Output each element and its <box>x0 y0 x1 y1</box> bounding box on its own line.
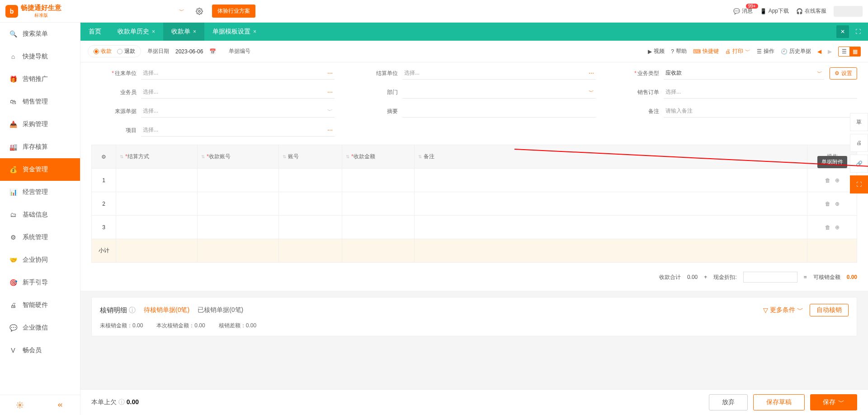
biztype-select[interactable]: 应收款﹀ <box>664 67 824 80</box>
add-row-icon[interactable]: ⊕ <box>835 224 840 231</box>
col-settle[interactable]: ⇅*结算方式 <box>116 145 198 169</box>
salesman-select[interactable]: 选择...⋯ <box>141 86 335 99</box>
sidebar-item-8[interactable]: 🗂基础信息 <box>0 203 80 226</box>
cell-acct[interactable] <box>198 169 279 192</box>
fullscreen-icon[interactable]: ⛶ <box>852 25 864 38</box>
auto-verify-button[interactable]: 自动核销 <box>810 304 849 316</box>
help-icon[interactable]: ⓘ <box>118 398 125 406</box>
cell-remark[interactable] <box>415 169 807 192</box>
sidebar-item-11[interactable]: 🎯新手引导 <box>0 271 80 294</box>
settings-icon[interactable] <box>192 4 207 19</box>
table-row[interactable]: 1🗑⊕ <box>92 169 857 192</box>
sidebar-item-12[interactable]: 🖨智能硬件 <box>0 294 80 316</box>
cell-amount[interactable] <box>342 169 415 192</box>
col-gear[interactable]: ⚙ <box>92 145 116 169</box>
discount-input[interactable] <box>743 272 797 283</box>
sidebar-collapse-button[interactable] <box>40 395 80 415</box>
col-acctno[interactable]: ⇅账号 <box>279 145 342 169</box>
next-doc-button[interactable]: ▶ <box>828 48 832 55</box>
company-select[interactable]: ﹀ <box>80 4 189 19</box>
video-button[interactable]: ▶视频 <box>648 47 665 55</box>
online-service-link[interactable]: 🎧 在线客服 <box>796 7 826 15</box>
rail-draft-icon[interactable]: 草 <box>850 113 868 131</box>
settle-unit-select[interactable]: 选择...⋯ <box>402 67 596 80</box>
sidebar-item-4[interactable]: 📥采购管理 <box>0 113 80 136</box>
save-button[interactable]: 保存﹀ <box>810 394 857 410</box>
delete-row-icon[interactable]: 🗑 <box>825 177 830 184</box>
save-draft-button[interactable]: 保存草稿 <box>753 394 805 410</box>
col-remark[interactable]: ⇅备注 <box>415 145 807 169</box>
sidebar-item-2[interactable]: 🎁营销推广 <box>0 68 80 90</box>
help-icon[interactable]: ⓘ <box>129 306 136 315</box>
view-card-button[interactable]: ▦ <box>849 47 860 56</box>
app-download-link[interactable]: 📱 App下载 <box>760 7 789 15</box>
rail-print-icon[interactable]: 🖨 <box>850 134 868 152</box>
col-amount[interactable]: ⇅*收款金额 <box>342 145 415 169</box>
abandon-button[interactable]: 放弃 <box>709 394 748 410</box>
table-row[interactable]: 2🗑⊕ <box>92 192 857 216</box>
cell-acctno[interactable] <box>279 169 342 192</box>
col-acct[interactable]: ⇅*收款账号 <box>198 145 279 169</box>
radio-collect[interactable]: 收款 <box>94 47 112 55</box>
summary-input[interactable] <box>402 105 596 118</box>
delete-row-icon[interactable]: 🗑 <box>825 201 830 207</box>
sidebar-item-10[interactable]: 🤝企业协同 <box>0 249 80 271</box>
srcdoc-select[interactable]: 选择...﹀ <box>141 105 335 118</box>
salesorder-select[interactable]: 选择... <box>664 86 857 99</box>
tab-2[interactable]: 收款单× <box>163 23 204 41</box>
history-button[interactable]: 🕘历史单据 <box>781 47 811 55</box>
add-row-icon[interactable]: ⊕ <box>835 177 840 184</box>
rail-expand-icon[interactable]: ⛶ <box>850 175 868 193</box>
calendar-icon[interactable]: 📅 <box>209 48 216 55</box>
close-icon[interactable]: × <box>193 28 196 35</box>
cell-acct[interactable] <box>198 192 279 216</box>
dept-select[interactable]: ﹀ <box>402 86 596 99</box>
help-button[interactable]: ?帮助 <box>671 47 687 55</box>
cell-settle[interactable] <box>116 216 198 239</box>
tab-pending[interactable]: 待核销单据(0笔) <box>144 306 189 314</box>
sidebar-item-5[interactable]: 🏭库存核算 <box>0 136 80 158</box>
rail-attachment-icon[interactable]: 🔗 <box>850 155 868 173</box>
sidebar-item-7[interactable]: 📊经营管理 <box>0 181 80 203</box>
operate-button[interactable]: ☰操作 <box>757 47 774 55</box>
radio-refund[interactable]: 退款 <box>117 47 135 55</box>
date-value[interactable]: 2023-06-06 <box>175 48 203 55</box>
cell-amount[interactable] <box>342 216 415 239</box>
shortcut-button[interactable]: ⌨快捷键 <box>693 47 719 55</box>
sidebar-item-1[interactable]: ⌂快捷导航 <box>0 45 80 68</box>
prev-doc-button[interactable]: ◀ <box>817 48 821 55</box>
view-list-button[interactable]: ☰ <box>839 47 849 56</box>
sidebar-item-9[interactable]: ⚙系统管理 <box>0 226 80 249</box>
cell-settle[interactable] <box>116 192 198 216</box>
sidebar-item-3[interactable]: 🛍销售管理 <box>0 90 80 113</box>
tab-close-button[interactable]: ✕ <box>836 25 849 38</box>
tab-0[interactable]: 首页 <box>80 23 109 41</box>
form-settings-button[interactable]: ⚙设置 <box>830 67 857 80</box>
partner-select[interactable]: 选择...⋯ <box>141 67 335 80</box>
add-row-icon[interactable]: ⊕ <box>835 201 840 207</box>
tab-3[interactable]: 单据模板设置× <box>204 23 264 41</box>
cell-remark[interactable] <box>415 216 807 239</box>
cell-settle[interactable] <box>116 169 198 192</box>
cell-acctno[interactable] <box>279 216 342 239</box>
sidebar-item-13[interactable]: 💬企业微信 <box>0 316 80 339</box>
sidebar-item-0[interactable]: 🔍搜索菜单 <box>0 23 80 45</box>
sidebar-item-14[interactable]: V畅会员 <box>0 339 80 362</box>
close-icon[interactable]: × <box>253 28 256 35</box>
messages-link[interactable]: 💬 消息 99+ <box>733 7 753 15</box>
user-avatar[interactable] <box>834 6 863 17</box>
cell-amount[interactable] <box>342 192 415 216</box>
sidebar-item-6[interactable]: 💰资金管理 <box>0 158 80 181</box>
sidebar-settings-button[interactable] <box>0 395 40 415</box>
project-select[interactable]: 选择...⋯ <box>141 124 335 137</box>
trial-button[interactable]: 体验行业方案 <box>212 5 255 18</box>
tab-1[interactable]: 收款单历史× <box>109 23 163 41</box>
close-icon[interactable]: × <box>152 28 155 35</box>
tab-done[interactable]: 已核销单据(0笔) <box>198 306 243 314</box>
cell-acct[interactable] <box>198 216 279 239</box>
delete-row-icon[interactable]: 🗑 <box>825 224 830 231</box>
print-button[interactable]: 🖨打印﹀ <box>725 47 750 55</box>
cell-remark[interactable] <box>415 192 807 216</box>
remark-input[interactable]: 请输入备注 <box>664 105 857 118</box>
table-row[interactable]: 3🗑⊕ <box>92 216 857 239</box>
